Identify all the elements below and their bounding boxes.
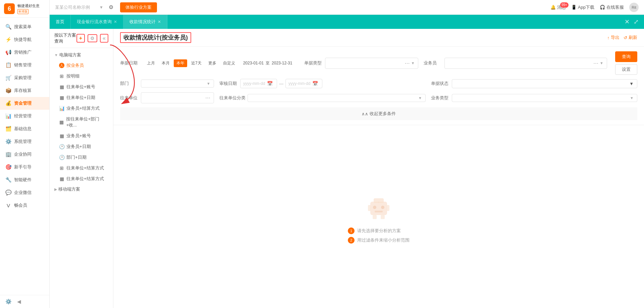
dept-dropdown[interactable]: ▼ <box>141 80 214 88</box>
counterpart-more-btn[interactable]: ··· <box>205 94 210 101</box>
doc-status-group: 单据状态 ▼ <box>431 79 637 88</box>
scheme-panel-header: 按以下方案查询 + ⚙ « <box>50 29 113 48</box>
sidebar-item-ops[interactable]: 📊 经营管理 <box>0 110 49 122</box>
settings-bottom-btn[interactable]: ⚙️ <box>5 299 12 305</box>
scheme-item-unit-settle2[interactable]: ▦ 往来单位+结算方式 <box>50 173 113 184</box>
sidebar-item-inventory[interactable]: 📦 库存核算 <box>0 84 49 97</box>
close-window-btn[interactable]: ✕ <box>625 18 630 25</box>
logo-text: 畅捷通好生意 <box>17 3 40 8</box>
counterpart-dropdown[interactable]: ··· <box>141 92 214 103</box>
date-btn-this-month[interactable]: 本月 <box>159 59 172 67</box>
empty-state-area: 1 请先选择要分析的方案 2 用过滤条件来缩小分析范围 <box>113 125 644 308</box>
scheme-item-dept-date[interactable]: 🕐 部门+日期 <box>50 152 113 163</box>
sidebar-item-quick-nav[interactable]: ⚡ 快捷导航 <box>0 33 49 46</box>
tab-home[interactable]: 首页 <box>50 15 71 29</box>
scheme-item-unit-settle1[interactable]: ⊞ 往来单位+结算方式 <box>50 163 113 173</box>
date-label: 单据日期 <box>120 60 139 66</box>
doc-type-more-btn[interactable]: ··· <box>405 60 410 67</box>
scheme-group-mobile-header[interactable]: ▶ 移动端方案 <box>50 184 113 194</box>
app-download-btn[interactable]: 📱 App下载 <box>571 4 594 10</box>
notification-badge: 99+ <box>560 2 569 8</box>
sidebar-item-search[interactable]: 🔍 搜索菜单 <box>0 20 49 33</box>
tab-close-receipt-stat[interactable]: ✕ <box>158 19 161 24</box>
tab-receipt-stat[interactable]: 收款情况统计 ✕ <box>123 15 167 29</box>
sidebar-logo: 6 畅捷通好生意 标准版 <box>0 0 49 18</box>
sidebar-bottom: ⚙️ ◀︎ <box>0 295 49 308</box>
sales-account-icon: ▦ <box>59 133 64 139</box>
sidebar-item-purchase[interactable]: 🛒 采购管理 <box>0 71 49 84</box>
date-shortcuts: 上月 本月 本年 近7天 更多 自定义 <box>144 59 238 67</box>
topbar-gear-icon[interactable]: ⚙ <box>109 4 113 10</box>
query-btn[interactable]: 查询 <box>615 51 637 62</box>
review-date-to[interactable]: yyyy-mm-dd 📅 <box>285 79 322 88</box>
sidebar-item-finance[interactable]: 💰 资金管理 <box>0 97 49 110</box>
dept-arrow-icon: ▼ <box>207 82 210 86</box>
doc-status-arrow-icon: ▼ <box>629 81 634 86</box>
scheme-setting-btn[interactable]: ⚙ <box>88 34 97 42</box>
tab-close-bank-flow[interactable]: ✕ <box>114 19 117 24</box>
sidebar-item-wechat[interactable]: 💬 企业微信 <box>0 186 49 199</box>
scheme-item-sales-account[interactable]: ▦ 业务员+账号 <box>50 131 113 141</box>
empty-steps: 1 请先选择要分析的方案 2 用过滤条件来缩小分析范围 <box>348 227 410 244</box>
scheme-item-unit-date[interactable]: ▦ 往来单位+日期 <box>50 92 113 103</box>
online-service-btn[interactable]: 🎧 在线客服 <box>600 4 624 10</box>
review-date-from[interactable]: yyyy-mm-dd 📅 <box>240 79 277 88</box>
scheme-item-unit-account[interactable]: ▦ 往来单位+账号 <box>50 82 113 92</box>
logo-badge: 标准版 <box>17 9 29 14</box>
sidebar-item-member[interactable]: V 畅会员 <box>0 199 49 212</box>
filter-area: 单据日期 上月 本月 本年 近7天 更多 自定义 2023-01-01 至 20… <box>113 47 644 125</box>
set-btn[interactable]: 设置 <box>615 64 637 75</box>
scheme-item-by-detail[interactable]: ⊞ 按明细 <box>50 71 113 82</box>
doc-status-dropdown[interactable]: ▼ <box>452 79 637 88</box>
user-avatar[interactable]: Rit <box>629 3 639 12</box>
empty-robot-icon <box>362 190 395 223</box>
doc-type-dropdown[interactable]: ··· ▼ <box>325 58 418 69</box>
expand-window-btn[interactable]: ⤢ <box>634 18 639 25</box>
counterpart-class-dropdown[interactable]: ▼ <box>248 94 426 102</box>
sidebar-item-marketing[interactable]: 📢 营销推广 <box>0 46 49 59</box>
unit-account-icon: ▦ <box>59 84 64 90</box>
scheme-item-by-salesperson[interactable]: 人 按业务员 <box>50 60 113 71</box>
notifications-btn[interactable]: 🔔 消息 99+ <box>550 4 566 10</box>
bell-icon: 🔔 <box>550 5 556 10</box>
right-content: 收款情况统计(按业务员) ↑ 导出 ↺ 刷新 单据日期 <box>113 29 644 308</box>
date-btn-this-year[interactable]: 本年 <box>174 59 187 67</box>
sidebar-item-hardware[interactable]: 🔧 智能硬件 <box>0 173 49 186</box>
scheme-item-sales-settle[interactable]: 📊 业务员+结算方式 <box>50 103 113 114</box>
scheme-group-desktop-header[interactable]: ▼ 电脑端方案 <box>50 50 113 60</box>
scheme-item-unit-dept[interactable]: ▦ 按往来单位+部门+收... <box>50 114 113 131</box>
date-btn-custom[interactable]: 自定义 <box>220 59 238 67</box>
sidebar-item-system[interactable]: ⚙️ 系统管理 <box>0 135 49 148</box>
svg-rect-7 <box>368 205 371 211</box>
date-btn-7days[interactable]: 近7天 <box>189 59 204 67</box>
date-btn-last-month[interactable]: 上月 <box>144 59 158 67</box>
unit-date-icon: ▦ <box>59 95 64 100</box>
action-buttons: 查询 设置 <box>615 51 637 75</box>
scheme-collapse-btn[interactable]: « <box>100 34 108 43</box>
svg-rect-8 <box>387 205 389 211</box>
salesperson-more-btn[interactable]: ··· <box>593 60 598 67</box>
biz-type-dropdown[interactable]: ▼ <box>452 94 637 102</box>
collapse-more-row[interactable]: ∧∧ 收起更多条件 <box>120 107 637 120</box>
sidebar-item-basic[interactable]: 🗂️ 基础信息 <box>0 122 49 135</box>
group-expand-icon: ▼ <box>54 53 58 57</box>
salesperson-dropdown[interactable]: ··· ▼ <box>444 58 607 69</box>
doc-type-group: 单据类型 ··· ▼ <box>304 58 418 69</box>
collapse-sidebar-btn[interactable]: ◀︎ <box>17 299 21 305</box>
sidebar-item-sales[interactable]: 📋 销售管理 <box>0 59 49 71</box>
refresh-icon: ↺ <box>624 35 627 40</box>
salesperson-group: 业务员 ··· ▼ <box>424 58 607 69</box>
sidebar-item-corp[interactable]: 🏢 企业协同 <box>0 148 49 161</box>
demo-btn[interactable]: 体验行业方案 <box>120 2 157 12</box>
export-btn[interactable]: ↑ 导出 <box>607 35 620 41</box>
scheme-add-btn[interactable]: + <box>76 34 85 43</box>
tab-bank-flow[interactable]: 现金银行流水查询 ✕ <box>71 15 123 29</box>
collapse-more-btn[interactable]: ∧∧ 收起更多条件 <box>362 111 396 117</box>
scheme-item-sales-date[interactable]: 🕐 业务员+日期 <box>50 141 113 152</box>
sidebar-nav: 🔍 搜索菜单 ⚡ 快捷导航 📢 营销推广 📋 销售管理 🛒 采购管理 📦 库存核… <box>0 18 49 295</box>
refresh-btn[interactable]: ↺ 刷新 <box>624 35 637 41</box>
review-date-group: 审核日期 yyyy-mm-dd 📅 — yyyy-mm-dd 📅 <box>219 79 426 88</box>
sidebar-item-guide[interactable]: 🎯 新手引导 <box>0 161 49 173</box>
date-btn-more[interactable]: 更多 <box>206 59 219 67</box>
sales-date-icon: 🕐 <box>59 144 64 149</box>
